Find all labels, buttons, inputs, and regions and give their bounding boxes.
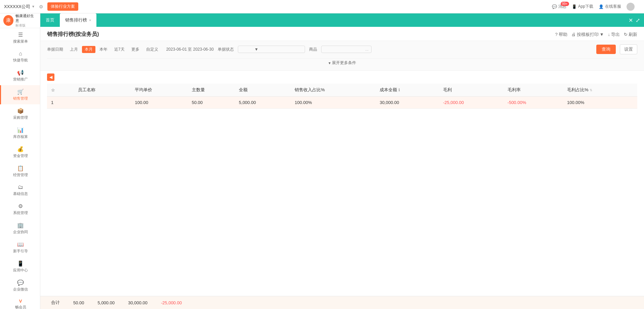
page-header: 销售排行榜(按业务员) ? 帮助 🖨 按模板打印 ▼ ↓ 导出 [40, 27, 644, 41]
sidebar-item-wechat[interactable]: 💬 企业微信 [0, 276, 40, 295]
print-button[interactable]: 🖨 按模板打印 ▼ [571, 32, 604, 38]
profit-pct-sort-icon[interactable]: ⇅ [590, 88, 592, 92]
message-button[interactable]: 💬 消息 99+ [552, 4, 566, 9]
refresh-icon: ↻ [624, 32, 628, 37]
service-button[interactable]: 👤 在线客服 [599, 4, 621, 9]
tab-home-label: 首页 [46, 17, 54, 23]
service-icon: 👤 [599, 4, 604, 9]
company-selector[interactable]: XXXXXX公司 ▼ [4, 4, 35, 10]
cell-rank: 1 [47, 97, 74, 109]
expand-row: ▾ 展开更多条件 [47, 58, 637, 67]
print-chevron-icon: ▼ [600, 32, 604, 37]
date-tab-current-month[interactable]: 本月 [82, 46, 95, 53]
trial-button[interactable]: 体验行业方案 [47, 2, 78, 11]
sidebar-item-operations[interactable]: 📋 经营管理 [0, 162, 40, 181]
export-label: 导出 [611, 32, 620, 38]
col-amount: 全额 [235, 84, 291, 97]
logo-text-block: 畅康通好生意 标准版 [15, 13, 37, 28]
date-tab-more[interactable]: 更多 [129, 46, 142, 53]
sidebar-item-label: 基础信息 [13, 191, 28, 196]
gear-icon[interactable]: ⚙ [39, 4, 43, 9]
tab-active-label: 销售排行榜 [65, 17, 87, 23]
help-icon: ? [555, 32, 557, 37]
cost-info-icon[interactable]: ℹ [398, 88, 400, 92]
query-button[interactable]: 查询 [596, 45, 616, 54]
app-download-button[interactable]: 📱 App下载 [572, 4, 593, 9]
tab-maximize-icon[interactable]: ⤢ [636, 17, 640, 23]
date-tab-custom[interactable]: 自定义 [143, 46, 161, 53]
date-tab-7days[interactable]: 近7天 [112, 46, 127, 53]
expand-button[interactable]: ▾ 展开更多条件 [329, 60, 356, 66]
action-bar: ◀ [40, 71, 644, 84]
sidebar-item-label: 快捷导航 [13, 58, 28, 63]
collapse-button[interactable]: ◀ [47, 73, 54, 81]
sidebar-item-system[interactable]: ⚙ 系统管理 [0, 200, 40, 219]
star-icon: ☆ [51, 88, 55, 93]
status-filter-label: 单据状态 [218, 47, 234, 52]
tab-sales-ranking[interactable]: 销售排行榜 × [60, 13, 96, 27]
sidebar-item-member[interactable]: V 畅会员 [0, 295, 40, 309]
header-right: 💬 消息 99+ 📱 App下载 👤 在线客服 [552, 3, 640, 11]
sidebar-item-label: 畅会员 [15, 305, 26, 309]
tab-close-icon[interactable]: × [89, 18, 91, 22]
sales-ranking-table: ☆ 员工名称 平均单价 主数量 全额 销售收入占比% 成本全额 ℹ 毛利 毛利率 [47, 84, 637, 109]
avatar[interactable] [627, 3, 635, 11]
summary-label: 合计 [51, 300, 60, 306]
system-icon: ⚙ [18, 203, 23, 209]
sidebar-item-label: 营销推广 [13, 77, 28, 82]
summary-cost: 30,000.00 [128, 300, 147, 305]
summary-amount: 5,000.00 [98, 300, 115, 305]
goods-input[interactable]: ... [321, 46, 372, 53]
refresh-button[interactable]: ↻ 刷新 [624, 32, 637, 38]
sidebar-item-label: 销售管理 [13, 96, 28, 101]
sidebar-item-enterprise[interactable]: 🏢 企业协同 [0, 219, 40, 238]
table-header-row: ☆ 员工名称 平均单价 主数量 全额 销售收入占比% 成本全额 ℹ 毛利 毛利率 [47, 84, 637, 97]
logo-sub: 标准版 [15, 23, 37, 28]
col-sales-pct: 销售收入占比% [291, 84, 376, 97]
date-tab-this-year[interactable]: 本年 [97, 46, 110, 53]
company-chevron-icon: ▼ [32, 5, 35, 8]
sidebar-item-sales[interactable]: 🛒 销售管理 [0, 85, 40, 104]
col-profit-pct: 毛利占比% ⇅ [563, 84, 637, 97]
help-button[interactable]: ? 帮助 [555, 32, 567, 38]
sidebar-item-inventory[interactable]: 📊 库存核算 [0, 123, 40, 143]
tab-home[interactable]: 首页 [40, 13, 60, 27]
date-tab-last-month[interactable]: 上月 [67, 46, 81, 53]
col-qty: 主数量 [188, 84, 235, 97]
sidebar-item-marketing[interactable]: 📢 营销推广 [0, 66, 40, 85]
col-rank: ☆ [47, 84, 74, 97]
page-content: 销售排行榜(按业务员) ? 帮助 🖨 按模板打印 ▼ ↓ 导出 [40, 27, 644, 309]
summary-qty: 50.00 [73, 300, 84, 305]
sidebar-item-finance[interactable]: 💰 资金管理 [0, 143, 40, 162]
sidebar-item-label: 资金管理 [13, 153, 28, 158]
summary-profit: -25,000.00 [161, 300, 182, 305]
sidebar-item-quick-nav[interactable]: ⌂ 快捷导航 [0, 47, 40, 66]
sidebar-item-guide[interactable]: 📖 新手引导 [0, 238, 40, 257]
print-icon: 🖨 [571, 32, 576, 37]
sidebar-item-search-order[interactable]: ☰ 搜索菜单 [0, 28, 40, 47]
col-cost: 成本全额 ℹ [376, 84, 439, 97]
filter-bar: 单据日期 上月 本月 本年 近7天 更多 自定义 2023-06-01 至 20… [40, 41, 644, 71]
sidebar-item-purchase[interactable]: 📦 采购管理 [0, 104, 40, 123]
help-label: 帮助 [559, 32, 567, 38]
settings-button[interactable]: 设置 [620, 44, 637, 54]
cell-avg-price: 100.00 [131, 97, 187, 109]
sidebar-item-apps[interactable]: 📱 应用中心 [0, 257, 40, 276]
tab-close-window-icon[interactable]: ✕ [629, 17, 633, 23]
sidebar-item-label: 采购管理 [13, 115, 28, 120]
export-icon: ↓ [608, 32, 610, 37]
table-row: 1 100.00 50.00 5,000.00 100.00% 30,000.0… [47, 97, 637, 109]
col-employee: 员工名称 [74, 84, 131, 97]
cell-margin: -500.00% [504, 97, 563, 109]
status-select[interactable]: ▼ [238, 46, 305, 53]
sales-icon: 🛒 [17, 89, 24, 95]
export-button[interactable]: ↓ 导出 [608, 32, 620, 38]
operations-icon: 📋 [17, 165, 24, 171]
wechat-icon: 💬 [17, 279, 24, 286]
enterprise-icon: 🏢 [17, 222, 24, 228]
sidebar-item-label: 库存核算 [13, 134, 28, 139]
tab-bar-right: ✕ ⤢ [629, 17, 644, 23]
sidebar-item-label: 企业协同 [13, 229, 28, 235]
sidebar-item-basics[interactable]: 🗂 基础信息 [0, 181, 40, 200]
message-badge: 99+ [561, 2, 569, 6]
